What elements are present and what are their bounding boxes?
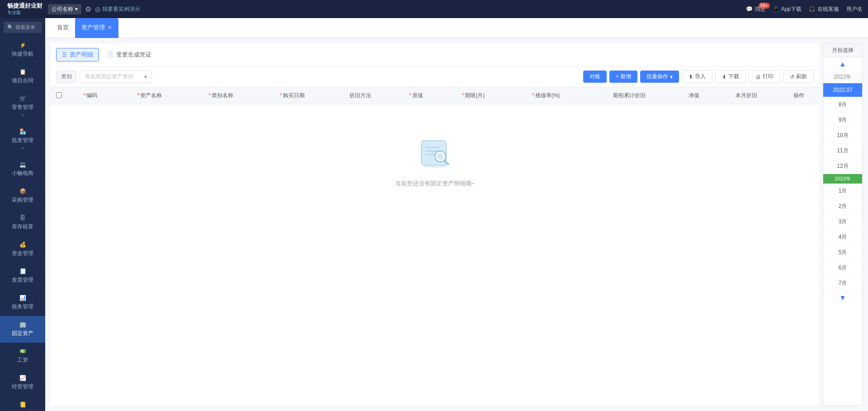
top-bar: 畅捷通好业财 专业版 公司名称 ▾ ⚙ ◎ 我要看实例演示 💬 消息 99+ 📱… bbox=[0, 0, 868, 18]
th-buy-date: 购买日期 bbox=[257, 87, 328, 104]
customer-service-button[interactable]: 🎧 在线客服 bbox=[809, 5, 839, 13]
sidebar: 🔍 搜索菜单 ⚡ 快捷导航 📋 项目合同 🛒 零售管理 ▾ 🏪 批发管理 ▾ 💻… bbox=[0, 18, 45, 411]
year-2023-label: 2023年 bbox=[823, 174, 862, 184]
toolbar: 类别 请选择固定资产类别 ▾ 对账 + 新增 批量操作 ▾ ⬆ 导入 bbox=[51, 66, 819, 87]
month-item-2023-03[interactable]: 3月 bbox=[823, 214, 862, 230]
headset-icon: 🎧 bbox=[809, 6, 816, 12]
sidebar-item-purchase[interactable]: 📦 采购管理 bbox=[0, 183, 45, 209]
message-badge: 99+ bbox=[759, 3, 770, 9]
app-download-button[interactable]: 📱 App下载 bbox=[773, 5, 802, 13]
month-item-2022-08[interactable]: 8月 bbox=[823, 97, 862, 113]
search-menu-input[interactable]: 🔍 搜索菜单 bbox=[4, 22, 42, 33]
sidebar-item-assets[interactable]: 🏢 固定资产 bbox=[0, 316, 45, 343]
sidebar-item-quick-nav[interactable]: ⚡ 快捷导航 bbox=[0, 37, 45, 63]
operation-icon: 📈 bbox=[19, 375, 26, 381]
reconcile-button[interactable]: 对账 bbox=[583, 71, 607, 83]
main-panel: ☰ 资产明细 📄 变更生成凭证 类别 请选择固定资产类别 ▾ bbox=[51, 43, 819, 406]
download-button[interactable]: ⬇ 下载 bbox=[715, 70, 746, 83]
demo-circle-icon: ◎ bbox=[95, 5, 100, 13]
th-accumulated: 期初累计折旧 bbox=[585, 87, 674, 104]
sidebar-item-ledger[interactable]: 📒 总账管理 bbox=[0, 396, 45, 411]
month-list: ▲ 2022年 2022.07 8月 9月 10月 11月 12月 2023年 … bbox=[823, 57, 862, 405]
add-button[interactable]: + 新增 bbox=[609, 71, 637, 83]
sidebar-item-tax[interactable]: 📊 税务管理 bbox=[0, 289, 45, 316]
month-nav-up[interactable]: ▲ bbox=[823, 57, 862, 71]
filter-label: 类别 bbox=[56, 71, 77, 83]
demo-link[interactable]: ◎ 我要看实例演示 bbox=[95, 5, 140, 13]
th-code: 编码 bbox=[67, 87, 114, 104]
sidebar-item-finance[interactable]: 💰 资金管理 bbox=[0, 236, 45, 263]
tab-close-icon[interactable]: ✕ bbox=[108, 25, 112, 30]
sidebar-item-salary[interactable]: 💵 工资 bbox=[0, 343, 45, 369]
ecommerce-icon: 💻 bbox=[19, 161, 26, 168]
import-button[interactable]: ⬆ 导入 bbox=[682, 70, 712, 83]
top-bar-left: 畅捷通好业财 专业版 公司名称 ▾ ⚙ ◎ 我要看实例演示 bbox=[5, 2, 741, 16]
th-period: 期限(月) bbox=[440, 87, 507, 104]
app-title: 畅捷通好业财 专业版 bbox=[7, 2, 42, 16]
sidebar-item-operation[interactable]: 📈 经营管理 bbox=[0, 369, 45, 396]
month-item-2022-12[interactable]: 12月 bbox=[823, 159, 862, 174]
settings-icon[interactable]: ⚙ bbox=[85, 5, 91, 14]
chevron-right-icon: ▾ bbox=[22, 113, 24, 118]
chevron-down-icon: ▾ bbox=[75, 6, 78, 12]
month-item-2023-05[interactable]: 5月 bbox=[823, 245, 862, 260]
th-name: 资产名称 bbox=[114, 87, 185, 104]
month-item-2023-01[interactable]: 1月 bbox=[823, 184, 862, 199]
purchase-icon: 📦 bbox=[19, 188, 26, 194]
month-item-2022-07[interactable]: 2022.07 bbox=[823, 83, 862, 97]
th-net-value: 净值 bbox=[674, 87, 714, 104]
th-depreciation-method: 折旧方法 bbox=[328, 87, 392, 104]
th-original-value: 原值 bbox=[392, 87, 439, 104]
month-item-2022-10[interactable]: 10月 bbox=[823, 128, 862, 143]
retail-icon: 🛒 bbox=[19, 95, 26, 102]
company-selector[interactable]: 公司名称 ▾ bbox=[48, 4, 81, 14]
subtab-voucher[interactable]: 📄 变更生成凭证 bbox=[101, 48, 157, 61]
message-button[interactable]: 💬 消息 99+ bbox=[746, 5, 765, 13]
salary-icon: 💵 bbox=[19, 348, 26, 354]
month-item-2022-09[interactable]: 9月 bbox=[823, 113, 862, 128]
invoice-icon: 🧾 bbox=[19, 268, 26, 274]
th-checkbox bbox=[51, 87, 67, 104]
tab-home[interactable]: 首页 bbox=[51, 18, 75, 38]
sidebar-item-inventory[interactable]: 🗄 库存核算 bbox=[0, 209, 45, 236]
month-up-button[interactable]: ▲ bbox=[835, 59, 850, 69]
batch-button[interactable]: 批量操作 ▾ bbox=[640, 71, 679, 83]
svg-point-7 bbox=[437, 153, 443, 160]
user-menu[interactable]: 用户名 bbox=[846, 5, 863, 13]
print-icon: 🖨 bbox=[755, 74, 761, 80]
select-all-checkbox[interactable] bbox=[56, 92, 62, 98]
sidebar-item-retail[interactable]: 🛒 零售管理 ▾ bbox=[0, 90, 45, 123]
month-item-2023-07[interactable]: 7月 bbox=[823, 276, 862, 291]
sidebar-item-project[interactable]: 📋 项目合同 bbox=[0, 63, 45, 90]
phone-icon: 📱 bbox=[773, 6, 779, 12]
empty-text: 当前您还没有固定资产明细哦~ bbox=[395, 180, 475, 188]
ledger-icon: 📒 bbox=[19, 402, 26, 408]
month-picker-panel: 月份选择 ▲ 2022年 2022.07 8月 9月 10月 11月 12月 2… bbox=[823, 43, 863, 406]
month-item-2023-06[interactable]: 6月 bbox=[823, 260, 862, 276]
subtab-asset-detail[interactable]: ☰ 资产明细 bbox=[56, 48, 99, 61]
empty-illustration bbox=[412, 132, 458, 172]
chevron-right-icon: ▾ bbox=[22, 146, 24, 151]
month-item-2023-02[interactable]: 2月 bbox=[823, 199, 862, 214]
month-item-2022-11[interactable]: 11月 bbox=[823, 143, 862, 159]
month-down-button[interactable]: ▼ bbox=[835, 293, 850, 303]
page-content: ☰ 资产明细 📄 变更生成凭证 类别 请选择固定资产类别 ▾ bbox=[45, 38, 868, 411]
sidebar-item-invoice[interactable]: 🧾 发票管理 bbox=[0, 263, 45, 289]
month-nav-down[interactable]: ▼ bbox=[823, 291, 862, 305]
wholesale-icon: 🏪 bbox=[19, 128, 26, 135]
quicknav-icon: ⚡ bbox=[19, 42, 26, 48]
import-icon: ⬆ bbox=[689, 74, 693, 80]
tab-bar: 首页 资产管理 ✕ bbox=[45, 18, 868, 38]
sidebar-item-wholesale[interactable]: 🏪 批发管理 ▾ bbox=[0, 123, 45, 156]
main-layout: 🔍 搜索菜单 ⚡ 快捷导航 📋 项目合同 🛒 零售管理 ▾ 🏪 批发管理 ▾ 💻… bbox=[0, 18, 868, 411]
category-filter-select[interactable]: 请选择固定资产类别 ▾ bbox=[80, 71, 152, 83]
month-item-2023-04[interactable]: 4月 bbox=[823, 230, 862, 245]
sidebar-item-ecommerce[interactable]: 💻 小畅电商 bbox=[0, 156, 45, 183]
message-icon: 💬 bbox=[746, 6, 753, 12]
search-icon: 🔍 bbox=[7, 24, 14, 30]
list-icon: ☰ bbox=[62, 52, 67, 58]
tab-assets[interactable]: 资产管理 ✕ bbox=[75, 18, 118, 38]
refresh-button[interactable]: ↺ 刷新 bbox=[783, 70, 814, 83]
print-button[interactable]: 🖨 打印 bbox=[749, 70, 780, 83]
content-area: 首页 资产管理 ✕ ☰ 资产明细 📄 变更生成凭证 bbox=[45, 18, 868, 411]
